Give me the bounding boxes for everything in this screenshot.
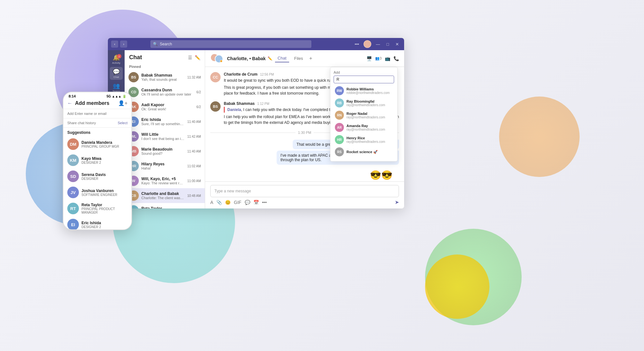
search-bar[interactable]: 🔍 Search: [150, 40, 311, 48]
add-input[interactable]: [334, 76, 394, 83]
new-chat-icon[interactable]: ✏️: [195, 55, 200, 60]
suggestion-item-4[interactable]: HR Henry Rice ray@northwindtraders.com: [334, 134, 394, 146]
chat-item-3[interactable]: AK Aadi Kapoor Ok: Great work! 6/2: [125, 99, 205, 114]
add-tab-button[interactable]: ＋: [308, 55, 313, 62]
maximize-button[interactable]: □: [384, 41, 391, 47]
chat-item-6[interactable]: MB Marie Beaudouin Sound good? 11:40 AM: [125, 144, 205, 159]
chat-item-5[interactable]: WL Will Little I don't see that being an…: [125, 129, 205, 144]
minimize-button[interactable]: —: [374, 41, 382, 47]
chat-item-9[interactable]: CB Charlotte and Babak Charlotte: The cl…: [125, 188, 205, 203]
phone-suggestions-title: Suggestions: [63, 128, 131, 136]
chat-time: 11:02 AM: [187, 164, 201, 168]
tab-files[interactable]: Files: [292, 55, 306, 62]
message-input-area: Type a new message A 📎 😊 GIF 💬 📅 ••• ➤: [205, 181, 404, 208]
suggestion-item-0[interactable]: RW Robbie Williams robbie@northwindtrade…: [334, 85, 394, 97]
chat-item-1[interactable]: BS Babak Shammas Yah, that sounds great …: [125, 70, 205, 85]
chat-item-2[interactable]: CD Cassandra Dunn Ok I'll send an update…: [125, 85, 205, 99]
screen-share-icon[interactable]: 📺: [385, 56, 390, 61]
chat-preview: Kayo: The review went really well! Can't…: [141, 181, 185, 185]
window-body: 🔔 2 Activity 💬 Chat 👥 Teams 📅 Calendar C…: [108, 50, 404, 208]
phone-suggestion-5[interactable]: EI Eric Ishida DESIGNER 2: [63, 217, 131, 230]
chat-name: Aadi Kapoor: [141, 103, 194, 107]
online-indicator-2: [220, 60, 223, 62]
user-avatar[interactable]: [364, 40, 371, 48]
suggestion-item-2[interactable]: RN Roger Nadal ray@northwindtraders.com: [334, 109, 394, 121]
suggestion-item-3[interactable]: AR Amanda Ray ray@northwindtraders.com: [334, 121, 394, 134]
activity-badge: 2: [117, 54, 121, 59]
chat-meta: 11:00 AM: [187, 179, 201, 183]
chat-name: Reta Taylor: [141, 206, 185, 208]
chat-item-8[interactable]: W Will, Kayo, Eric, +5 Kayo: The review …: [125, 173, 205, 188]
header-avatar-2: [215, 55, 223, 63]
phone-suggestion-4[interactable]: RT Reta Taylor PRINCIPAL PRODUCT MANAGER: [63, 200, 131, 217]
chat-info: Will Little I don't see that being an is…: [141, 132, 185, 141]
phone-suggestion-1[interactable]: KM Kayo Miwa DESIGNER 2: [63, 152, 131, 168]
forward-button[interactable]: ›: [120, 41, 127, 48]
format-icon[interactable]: A: [210, 200, 213, 205]
attach-icon[interactable]: 📎: [216, 200, 222, 205]
phone-suggestions-list: DM Daniela Mandera PRINCIPAL GROUP MGR K…: [63, 136, 131, 230]
chat-item-7[interactable]: HR Hilary Reyes Haha! 11:02 AM: [125, 159, 205, 173]
close-button[interactable]: ✕: [393, 41, 401, 47]
more-button[interactable]: •••: [353, 41, 361, 47]
back-button[interactable]: ‹: [111, 41, 118, 48]
phone-suggestion-0[interactable]: DM Daniela Mandera PRINCIPAL GROUP MGR: [63, 136, 131, 152]
chat-list-title: Chat: [129, 54, 142, 61]
phone-title: Add members: [75, 100, 118, 106]
sticker-icon[interactable]: 💬: [245, 200, 250, 205]
msg-author-babak-1: Babak Shammas: [224, 101, 255, 106]
gif-icon[interactable]: GIF: [234, 200, 241, 205]
search-placeholder: Search: [160, 42, 172, 46]
suggestion-item-5[interactable]: RS Rocket science 🚀: [334, 146, 394, 158]
chat-list-actions: ☰ ✏️: [188, 55, 200, 60]
chat-info: Eric Ishida Sure, I'll set up something …: [141, 117, 185, 126]
chat-info: Reta Taylor Ah, ok I understand now: [141, 206, 185, 208]
chat-item-10[interactable]: RT Reta Taylor Ah, ok I understand now 1…: [125, 203, 205, 208]
teams-window: ‹ › 🔍 Search ••• — □ ✕ 🔔 2 Activity 💬 Ch…: [108, 38, 404, 208]
search-icon: 🔍: [153, 42, 158, 46]
phone-suggestion-2[interactable]: SD Serena Davis DESIGNER: [63, 168, 131, 184]
chat-time: 6/2: [196, 105, 201, 109]
msg-author-charlotte: Charlotte de Crum: [224, 72, 258, 77]
phone-history-label: Share chat history: [67, 121, 118, 125]
suggestion-item-1[interactable]: RB Ray Bloomingfal ray@northwindtraders.…: [334, 97, 394, 109]
edit-icon[interactable]: ✏️: [268, 56, 272, 61]
chat-header: Charlotte, • Babak ✏️ Chat Files ＋ 🖥️ 👥3…: [205, 50, 404, 67]
tab-chat[interactable]: Chat: [275, 54, 289, 62]
call-icon[interactable]: 📞: [393, 56, 399, 61]
chat-nav-icon: 💬: [113, 68, 120, 75]
title-bar-actions: ••• — □ ✕: [353, 40, 401, 48]
schedule-icon[interactable]: 📅: [253, 200, 259, 205]
phone-back-button[interactable]: ←: [67, 100, 72, 106]
more-toolbar-icon[interactable]: •••: [262, 200, 267, 205]
phone-select-button[interactable]: Select: [118, 121, 128, 125]
message-input-box[interactable]: Type a new message: [210, 185, 399, 197]
phone-time: 8:14: [69, 94, 76, 98]
suggestion-list: RW Robbie Williams robbie@northwindtrade…: [334, 85, 394, 158]
phone-suggestion-3[interactable]: JV Joshua Vanburen SOFTWARE ENGINEER: [63, 184, 131, 200]
sidebar-item-chat[interactable]: 💬 Chat: [110, 67, 123, 80]
chat-preview: Ok I'll send an update over later: [141, 92, 194, 96]
chat-meta: 11:42 AM: [187, 135, 201, 138]
chat-name: Babak Shammas: [141, 73, 185, 78]
msg-avatar-babak-1: BS: [210, 101, 221, 112]
phone-add-member-icon[interactable]: 👤+: [118, 100, 128, 106]
chat-meta: 6/2: [196, 90, 201, 94]
filter-icon[interactable]: ☰: [188, 55, 192, 60]
phone-add-field-label[interactable]: Add Enter name or email: [67, 112, 128, 115]
sidebar-item-activity[interactable]: 🔔 2 Activity: [110, 53, 123, 66]
add-dropdown-label: Add: [334, 70, 394, 74]
chat-time: 11:42 AM: [187, 135, 201, 138]
chat-item-4[interactable]: EI Eric Ishida Sure, I'll set up somethi…: [125, 114, 205, 129]
teams-nav-icon: 👥: [113, 82, 120, 89]
chat-meta: 10:48 AM: [187, 194, 201, 198]
send-button[interactable]: ➤: [395, 199, 399, 205]
emoji-icon[interactable]: 😊: [225, 200, 231, 205]
chat-meta: 11:32 AM: [187, 76, 201, 79]
msg-time-babak-1: 1:12 PM: [257, 102, 269, 106]
video-toggle-icon[interactable]: 🖥️: [366, 56, 372, 61]
phone-container: 8:14 5G ▲▲▲ 🔋 ← Add members 👤+ Add Enter…: [63, 92, 132, 230]
chat-meta: 11:02 AM: [187, 164, 201, 168]
chat-header-avatars: [210, 53, 224, 64]
signal-icon: 5G: [107, 95, 111, 98]
